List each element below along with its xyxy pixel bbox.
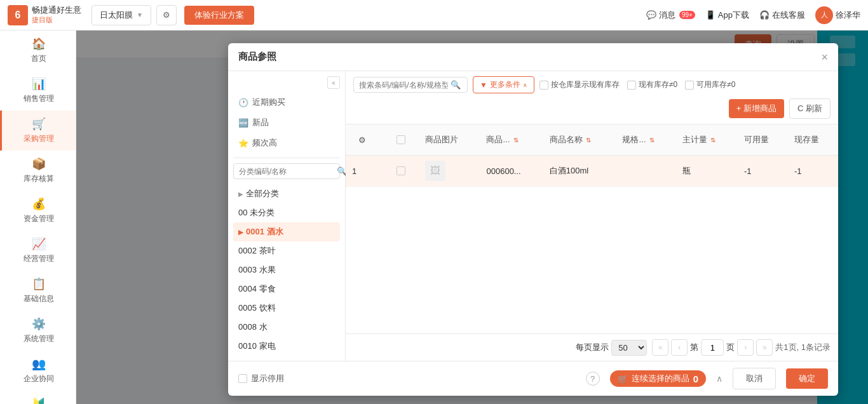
more-filter-button[interactable]: ▼ 更多条件 ∧ xyxy=(473,76,534,93)
quick-btn-frequent[interactable]: ⭐ 频次高 xyxy=(233,133,340,152)
checkbox-available-stock[interactable]: 可用库存≠0 xyxy=(685,79,735,90)
sidebar-item-purchase[interactable]: 🛒 采购管理 xyxy=(0,111,76,151)
row-checkbox[interactable] xyxy=(397,166,405,175)
sidebar-item-finance[interactable]: 💰 资金管理 xyxy=(0,191,76,231)
modal-footer: 显示停用 ? 🛒 连续选择的商品 0 ∧ 取消 确定 xyxy=(228,361,838,396)
th-settings[interactable]: ⚙ xyxy=(346,125,390,156)
table-toolbar: 🔍 ▼ 更多条件 ∧ 按仓库显示现有库存 xyxy=(346,71,838,125)
new-icon: 🆕 xyxy=(238,118,248,128)
category-0002[interactable]: 0002 茶叶 xyxy=(233,241,340,260)
cart-collapse-button[interactable]: ∧ xyxy=(716,374,722,384)
settings-nav-button[interactable]: ⚙ xyxy=(156,5,177,25)
row-checkbox-cell[interactable] xyxy=(390,156,419,187)
sidebar-item-guide[interactable]: 🔰 新手引导 xyxy=(0,391,76,404)
left-panel: « 🕐 近期购买 🆕 新品 ⭐ 频次高 xyxy=(228,71,346,361)
table-settings-icon[interactable]: ⚙ xyxy=(352,130,372,150)
category-0005[interactable]: 0005 饮料 xyxy=(233,299,340,318)
next-page-button[interactable]: › xyxy=(737,339,754,356)
select-all-checkbox[interactable] xyxy=(397,135,405,144)
sidebar-label-inventory: 库存核算 xyxy=(24,173,54,184)
checkbox-current-stock[interactable]: 现有库存≠0 xyxy=(627,79,677,90)
help-button[interactable]: ? xyxy=(586,372,600,386)
category-0003[interactable]: 0003 水果 xyxy=(233,260,340,279)
th-checkbox[interactable] xyxy=(390,125,419,156)
category-0008-label: 0008 水 xyxy=(238,321,268,333)
product-search-box[interactable]: 🔍 xyxy=(353,77,468,93)
category-0001[interactable]: ▶ 0001 酒水 xyxy=(233,222,340,241)
row-spec-cell xyxy=(616,156,675,187)
first-page-button[interactable]: « xyxy=(652,339,668,356)
category-search[interactable]: 🔍 xyxy=(233,163,340,179)
th-name[interactable]: 商品名称 ⇅ xyxy=(543,125,616,156)
category-all[interactable]: ▶ 全部分类 xyxy=(233,184,340,203)
category-search-input[interactable] xyxy=(239,167,334,176)
cart-area[interactable]: 🛒 连续选择的商品 0 xyxy=(610,370,706,387)
table-row[interactable]: 1 🖼 000600... 白酒100ml xyxy=(346,156,838,187)
category-0008[interactable]: 0008 水 xyxy=(233,318,340,337)
category-tree: ▶ 全部分类 00 未分类 ▶ 0001 酒水 0002 茶叶 xyxy=(233,184,340,356)
collapse-left-panel-button[interactable]: « xyxy=(327,76,340,89)
search-icon: 🔍 xyxy=(451,80,461,90)
product-table-container: ⚙ 商品图片 商品... ⇅ xyxy=(346,125,838,333)
table-head: ⚙ 商品图片 商品... ⇅ xyxy=(346,125,838,156)
cb-box-1 xyxy=(539,81,548,90)
prev-page-button[interactable]: ‹ xyxy=(671,339,688,356)
checkbox-warehouse-stock[interactable]: 按仓库显示现有库存 xyxy=(539,79,620,90)
show-disabled-checkbox[interactable] xyxy=(238,374,247,383)
category-00[interactable]: 00 未分类 xyxy=(233,203,340,222)
sidebar-label-sales: 销售管理 xyxy=(24,93,54,104)
total-info: 共1页, 1条记录 xyxy=(775,342,831,353)
confirm-button[interactable]: 确定 xyxy=(786,368,828,389)
sidebar-label-home: 首页 xyxy=(31,53,46,64)
finance-icon: 💰 xyxy=(32,197,46,211)
user-menu[interactable]: 人 徐泽华 xyxy=(815,6,860,24)
notifications-label: 消息 xyxy=(659,10,675,21)
category-all-label: 全部分类 xyxy=(246,188,279,199)
th-current: 现存量 xyxy=(788,125,838,156)
guide-icon: 🔰 xyxy=(32,397,46,404)
sidebar-item-home[interactable]: 🏠 首页 xyxy=(0,30,76,71)
headset-icon: 🎧 xyxy=(759,10,770,20)
quick-btn-new[interactable]: 🆕 新品 xyxy=(233,113,340,132)
category-0001-label: 0001 酒水 xyxy=(246,226,283,238)
modal-close-button[interactable]: × xyxy=(821,51,828,63)
page-number-input[interactable] xyxy=(701,339,724,356)
table-body: 1 🖼 000600... 白酒100ml xyxy=(346,156,838,187)
cancel-button[interactable]: 取消 xyxy=(733,368,776,389)
sidebar-label-purchase: 采购管理 xyxy=(24,133,54,144)
page-size-select[interactable]: 20 50 100 xyxy=(611,340,647,356)
category-0010[interactable]: 0010 家电 xyxy=(233,337,340,356)
purchase-icon: 🛒 xyxy=(32,117,46,131)
online-service-button[interactable]: 🎧 在线客服 xyxy=(759,10,805,21)
sidebar-item-basic-info[interactable]: 📋 基础信息 xyxy=(0,271,76,311)
th-image: 商品图片 xyxy=(419,125,480,156)
trial-button[interactable]: 体验行业方案 xyxy=(184,6,254,25)
refresh-button[interactable]: C 刷新 xyxy=(789,98,831,119)
category-0004[interactable]: 0004 零食 xyxy=(233,279,340,299)
product-search-input[interactable] xyxy=(359,81,448,90)
sidebar-item-inventory[interactable]: 📦 库存核算 xyxy=(0,151,76,191)
avatar: 人 xyxy=(815,6,833,24)
sidebar-item-system[interactable]: ⚙️ 系统管理 xyxy=(0,311,76,351)
cb-label-2: 现有库存≠0 xyxy=(639,79,677,90)
cb-label-1: 按仓库显示现有库存 xyxy=(551,79,620,90)
sidebar-label-finance: 资金管理 xyxy=(24,213,54,224)
message-icon: 💬 xyxy=(646,10,656,20)
notifications-button[interactable]: 💬 消息 99+ xyxy=(646,10,695,21)
last-page-button[interactable]: » xyxy=(756,339,773,356)
show-disabled-area[interactable]: 显示停用 xyxy=(238,373,284,384)
th-spec[interactable]: 规格... ⇅ xyxy=(616,125,675,156)
page-label: 第 xyxy=(690,342,698,353)
page-size-selector[interactable]: 每页显示 20 50 100 xyxy=(576,340,647,356)
sidebar-item-operations[interactable]: 📈 经营管理 xyxy=(0,231,76,271)
add-product-button[interactable]: + 新增商品 xyxy=(729,99,784,118)
th-code[interactable]: 商品... ⇅ xyxy=(480,125,543,156)
sidebar-item-cooperation[interactable]: 👥 企业协同 xyxy=(0,351,76,391)
row-name-cell: 白酒100ml xyxy=(543,156,616,187)
nav-dropdown[interactable]: 日太阳膜 ▼ xyxy=(92,5,151,25)
app-download-button[interactable]: 📱 App下载 xyxy=(705,10,749,21)
sidebar-item-sales[interactable]: 📊 销售管理 xyxy=(0,71,76,111)
quick-btn-recent[interactable]: 🕐 近期购买 xyxy=(233,93,340,112)
row-image-cell: 🖼 xyxy=(419,156,480,187)
th-unit[interactable]: 主计量 ⇅ xyxy=(676,125,738,156)
